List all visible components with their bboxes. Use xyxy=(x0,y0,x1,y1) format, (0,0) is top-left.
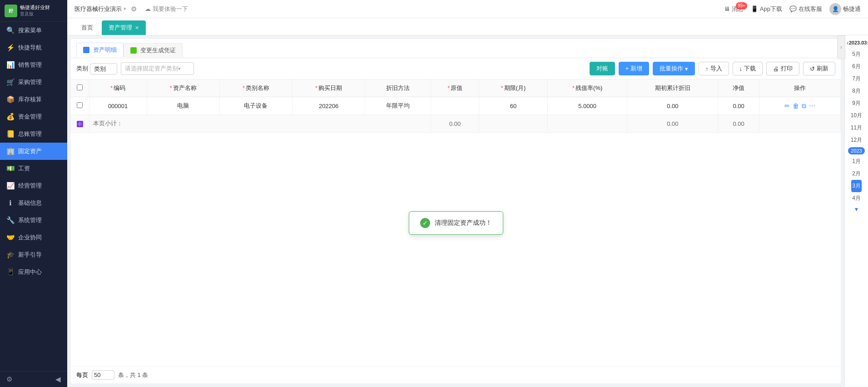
sidebar-item-应用中心[interactable]: 📱应用中心 xyxy=(0,263,67,281)
sidebar-item-经营管理[interactable]: 📈经营管理 xyxy=(0,177,67,194)
sidebar-item-企业协同[interactable]: 🤝企业协同 xyxy=(0,229,67,246)
subtotal-rate xyxy=(547,115,627,133)
sidebar-item-工资[interactable]: 💵工资 xyxy=(0,160,67,177)
category-select[interactable]: 类别 xyxy=(90,63,117,74)
experience-btn[interactable]: ☁ 我要体验一下 xyxy=(145,5,188,13)
category-type-chevron: ▾ xyxy=(178,66,181,72)
sidebar-item-label: 销售管理 xyxy=(18,61,42,69)
row-net-value: 0.00 xyxy=(718,97,759,115)
sidebar-item-搜索菜单[interactable]: 🔍搜索菜单 xyxy=(0,22,67,39)
tab-close-icon[interactable]: ✕ xyxy=(135,25,139,31)
subtab-asset-detail-icon xyxy=(83,47,89,53)
select-all-checkbox[interactable] xyxy=(77,84,83,90)
refresh-icon: ↺ xyxy=(810,65,815,72)
sidebar-item-快捷导航[interactable]: ⚡快捷导航 xyxy=(0,39,67,56)
subtab-voucher-label: 变更生成凭证 xyxy=(140,46,176,55)
delete-row-btn[interactable]: 🗑 xyxy=(793,102,799,110)
th-depreciation: 折旧方法 xyxy=(365,79,431,97)
per-page-select[interactable]: 50 10 20 100 xyxy=(92,370,114,380)
experience-icon: ☁ xyxy=(145,5,151,12)
calendar-prev-months: 5月6月7月8月9月10月11月12月 xyxy=(850,48,863,146)
sidebar-item-固定资产[interactable]: 🏢固定资产 xyxy=(0,143,67,160)
download-button[interactable]: ↓ 下载 xyxy=(733,62,763,75)
sidebar-nav: 🔍搜索菜单⚡快捷导航📊销售管理🛒采购管理📦库存核算💰资金管理📒总账管理🏢固定资产… xyxy=(0,22,67,371)
sidebar-item-label: 基础信息 xyxy=(18,199,42,207)
subtab-asset-detail[interactable]: 资产明细 xyxy=(76,43,124,58)
cal-month-curr-2月[interactable]: 2月 xyxy=(851,168,862,180)
sidebar-icon: 🔧 xyxy=(6,216,15,224)
sidebar-item-库存核算[interactable]: 📦库存核算 xyxy=(0,91,67,108)
refresh-button[interactable]: ↺ 刷新 xyxy=(803,62,835,75)
sidebar-item-资金管理[interactable]: 💰资金管理 xyxy=(0,108,67,125)
company-selector[interactable]: 医疗器械行业演示 ▾ xyxy=(74,5,126,13)
th-category: *类别名称 xyxy=(219,79,292,97)
cal-month-prev-12月[interactable]: 12月 xyxy=(850,134,863,146)
cal-month-prev-10月[interactable]: 10月 xyxy=(850,109,863,122)
tab-home[interactable]: 首页 xyxy=(74,20,100,35)
more-row-btn[interactable]: ⋯ xyxy=(809,102,815,110)
subtab-voucher[interactable]: 变更生成凭证 xyxy=(124,43,183,57)
th-net-value: 净值 xyxy=(718,79,759,97)
sidebar-item-label: 采购管理 xyxy=(18,78,42,86)
category-type-select[interactable]: 请选择固定资产类别 ▾ xyxy=(121,62,194,75)
batch-button[interactable]: 批量操作 ▾ xyxy=(653,62,695,75)
sidebar-icon: 📈 xyxy=(6,182,15,190)
sidebar-item-销售管理[interactable]: 📊销售管理 xyxy=(0,56,67,74)
asset-table: *编码 *资产名称 *类别名称 *购买日期 折旧方法 *原值 *期限(月) *残… xyxy=(71,79,841,133)
new-button[interactable]: + 新增 xyxy=(619,62,649,75)
sidebar-item-总账管理[interactable]: 📒总账管理 xyxy=(0,125,67,143)
total-text: 条，共 1 条 xyxy=(118,371,148,379)
user-avatar-btn[interactable]: 👤 畅捷通 xyxy=(829,3,861,15)
collapse-icon[interactable]: ◀ xyxy=(55,375,61,383)
calendar-scroll-down-icon[interactable]: ▼ xyxy=(854,206,859,213)
sidebar-item-label: 搜索菜单 xyxy=(18,26,42,35)
row-original-value xyxy=(431,97,479,115)
cal-month-prev-9月[interactable]: 9月 xyxy=(850,97,863,109)
tab-asset-label: 资产管理 xyxy=(109,24,132,32)
sidebar-item-采购管理[interactable]: 🛒采购管理 xyxy=(0,74,67,91)
import-label: 导入 xyxy=(710,64,722,73)
settings-icon[interactable]: ⚙ xyxy=(6,375,12,383)
sidebar-item-新手引导[interactable]: 🎓新手引导 xyxy=(0,246,67,263)
message-icon: 🖥 xyxy=(724,5,730,12)
row-initial-accumulated: 0.00 xyxy=(627,97,718,115)
calendar-year-month: 2023.03 xyxy=(849,40,867,45)
cal-month-prev-7月[interactable]: 7月 xyxy=(850,73,863,85)
subtotal-period xyxy=(479,115,547,133)
th-actions: 操作 xyxy=(759,79,840,97)
edit-row-btn[interactable]: ✏ xyxy=(784,102,790,110)
row-checkbox[interactable] xyxy=(77,102,83,108)
print-button[interactable]: 🖨 打印 xyxy=(766,62,799,75)
settings-gear-icon[interactable]: ⚙ xyxy=(131,5,137,13)
subtotal-row: 小 本页小计： 0.00 0.00 0.00 xyxy=(71,115,841,133)
cal-month-prev-6月[interactable]: 6月 xyxy=(850,60,863,73)
online-service-btn[interactable]: 💬 在线客服 xyxy=(789,5,822,13)
download-icon: ↓ xyxy=(739,65,743,72)
app-download-btn[interactable]: 📱 App下载 xyxy=(751,5,782,13)
toast-message: 清理固定资产成功！ xyxy=(435,219,492,227)
cal-month-curr-1月[interactable]: 1月 xyxy=(851,155,862,168)
tab-asset-management[interactable]: 资产管理 ✕ xyxy=(102,20,146,35)
sidebar: 好 畅捷通好业财 普及版 🔍搜索菜单⚡快捷导航📊销售管理🛒采购管理📦库存核算💰资… xyxy=(0,0,67,387)
row-actions-cell: ✏ 🗑 ⧉ ⋯ xyxy=(759,97,840,115)
cal-month-curr-3月[interactable]: 3月 xyxy=(851,180,862,192)
subtab-asset-detail-label: 资产明细 xyxy=(93,46,117,54)
right-panel-collapse-btn[interactable]: › xyxy=(837,35,845,59)
row-purchase-date: 202206 xyxy=(293,97,365,115)
cal-month-curr-4月[interactable]: 4月 xyxy=(851,192,862,204)
import-button[interactable]: ↑ 导入 xyxy=(699,62,729,75)
toast-check-icon: ✓ xyxy=(420,218,430,228)
cal-month-prev-8月[interactable]: 8月 xyxy=(850,85,863,97)
copy-row-btn[interactable]: ⧉ xyxy=(802,102,806,110)
message-btn[interactable]: 🖥 消息 99+ xyxy=(724,5,744,13)
th-period: *期限(月) xyxy=(479,79,547,97)
new-label: + 新增 xyxy=(625,64,642,73)
sidebar-item-系统管理[interactable]: 🔧系统管理 xyxy=(0,212,67,229)
cal-month-prev-5月[interactable]: 5月 xyxy=(850,48,863,60)
reconcile-button[interactable]: 对账 xyxy=(590,62,615,75)
cal-month-prev-11月[interactable]: 11月 xyxy=(850,122,863,134)
sidebar-item-基础信息[interactable]: ℹ基础信息 xyxy=(0,194,67,212)
reconcile-label: 对账 xyxy=(596,64,608,73)
app-edition: 普及版 xyxy=(20,11,50,17)
toolbar: 类别 类别 请选择固定资产类别 ▾ 对账 + 新增 xyxy=(71,58,841,79)
